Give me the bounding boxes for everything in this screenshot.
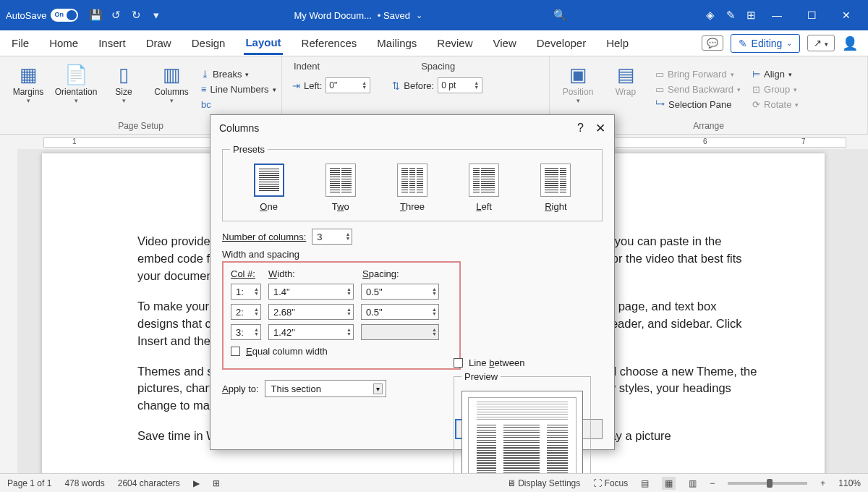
word-count[interactable]: 478 words (64, 478, 104, 488)
help-button[interactable]: ? (577, 122, 584, 135)
selection-pane-button[interactable]: ⮡Selection Pane (652, 98, 744, 111)
col-width-2[interactable]: 2.68"▲▼ (268, 304, 354, 320)
preset-two[interactable]: Two (326, 164, 356, 212)
dialog-titlebar: Columns ? ✕ (210, 115, 614, 141)
send-backward-icon: ▭ (655, 84, 664, 95)
tab-view[interactable]: View (492, 33, 518, 54)
presets-label: Presets (230, 144, 268, 155)
bring-forward-button[interactable]: ▭Bring Forward ▾ (652, 67, 744, 81)
editing-mode-button[interactable]: ✎ Editing ⌄ (731, 34, 801, 53)
col-spacing-1[interactable]: 0.5"▲▼ (361, 284, 439, 300)
col-width-1[interactable]: 1.4"▲▼ (268, 284, 354, 300)
tab-mailings[interactable]: Mailings (375, 33, 418, 54)
web-layout-icon[interactable]: ▥ (689, 478, 697, 488)
document-title: My Word Docum... • Saved ⌄ (166, 10, 550, 21)
preset-three[interactable]: Three (397, 164, 427, 212)
tab-file[interactable]: File (10, 33, 30, 54)
col-spacing-2[interactable]: 0.5"▲▼ (361, 304, 439, 320)
size-icon: ▯ (119, 62, 129, 87)
number-of-columns-input[interactable]: 3▲▼ (312, 229, 352, 245)
chevron-down-icon: ⌄ (786, 39, 792, 47)
tab-references[interactable]: References (300, 33, 359, 54)
spacing-before-icon: ⇅ (392, 80, 400, 91)
col-num-3[interactable]: 3:▲▼ (231, 324, 261, 340)
comments-button[interactable]: 💬 (702, 35, 723, 51)
dialog-close-button[interactable]: ✕ (595, 121, 605, 136)
save-icon[interactable]: 💾 (85, 9, 106, 22)
macros-icon[interactable]: ▶ (193, 478, 200, 488)
pencil-icon[interactable]: ✎ (720, 9, 741, 22)
zoom-level[interactable]: 110% (838, 478, 861, 488)
close-button[interactable]: ✕ (830, 9, 862, 21)
align-button[interactable]: ⊨Align ▾ (749, 67, 801, 81)
vertical-ruler[interactable] (0, 149, 17, 473)
rotate-button[interactable]: ⟳Rotate ▾ (749, 98, 801, 111)
char-count[interactable]: 2604 characters (118, 478, 180, 488)
display-settings-button[interactable]: 🖥 Display Settings (507, 478, 580, 488)
zoom-slider[interactable] (728, 482, 807, 485)
title-bar: AutoSave On 💾 ↺ ↻ ▾ My Word Docum... • S… (0, 0, 868, 30)
position-button[interactable]: ▣Position▾ (557, 59, 599, 119)
send-backward-button[interactable]: ▭Send Backward ▾ (652, 82, 744, 96)
preset-right[interactable]: Right (540, 164, 571, 212)
col-width-3[interactable]: 1.42"▲▼ (268, 324, 354, 340)
col-num-1[interactable]: 1:▲▼ (231, 284, 261, 300)
group-button[interactable]: ⊡Group ▾ (749, 82, 801, 96)
window-icon[interactable]: ⊞ (741, 9, 761, 22)
account-icon[interactable]: 👤 (842, 35, 858, 51)
preset-one[interactable]: One (254, 164, 284, 212)
tab-help[interactable]: Help (605, 33, 630, 54)
wrap-text-button[interactable]: ▤Wrap (605, 59, 647, 119)
hyphenation-button[interactable]: bc (198, 98, 279, 111)
line-numbers-button[interactable]: ≡Line Numbers ▾ (198, 82, 279, 96)
autosave-toggle[interactable]: On (51, 9, 78, 22)
share-button[interactable]: ↗ ▾ (807, 35, 835, 51)
minimize-button[interactable]: — (761, 9, 793, 21)
indent-left-icon: ⇥ (292, 80, 300, 91)
preset-left[interactable]: Left (469, 164, 499, 212)
orientation-icon: 📄 (64, 62, 88, 87)
margins-button[interactable]: ▦Margins▾ (7, 59, 49, 119)
tab-design[interactable]: Design (190, 33, 227, 54)
columns-button[interactable]: ▥Columns▾ (150, 59, 192, 119)
title-dropdown-icon[interactable]: ⌄ (416, 11, 422, 20)
undo-icon[interactable]: ↺ (106, 9, 126, 22)
size-button[interactable]: ▯Size▾ (103, 59, 145, 119)
tab-home[interactable]: Home (48, 33, 80, 54)
breaks-icon: ⤓ (201, 69, 209, 80)
search-icon[interactable]: 🔍 (550, 9, 570, 22)
line-between-checkbox[interactable] (454, 358, 463, 368)
col-num-2[interactable]: 2:▲▼ (231, 304, 261, 320)
columns-dialog: Columns ? ✕ Presets One Two Three Left R… (210, 114, 615, 450)
pen-icon: ✎ (739, 38, 747, 49)
accessibility-icon[interactable]: ⊞ (213, 478, 220, 488)
tab-draw[interactable]: Draw (145, 33, 173, 54)
bring-forward-icon: ▭ (655, 69, 664, 80)
qa-dropdown-icon[interactable]: ▾ (146, 9, 166, 22)
col-spacing-3: ▲▼ (361, 324, 439, 340)
spacing-before-input[interactable]: 0 pt▲▼ (438, 77, 482, 93)
column-row-3: 3:▲▼ 1.42"▲▼ ▲▼ (231, 324, 452, 340)
spacing-before-row: ⇅ Before: 0 pt▲▼ (389, 76, 485, 95)
spacing-title: Spacing (421, 61, 455, 72)
tab-layout[interactable]: Layout (244, 32, 282, 55)
focus-button[interactable]: ⛶ Focus (593, 478, 628, 488)
zoom-in-button[interactable]: + (820, 478, 825, 488)
equal-width-checkbox[interactable] (231, 347, 240, 356)
tab-review[interactable]: Review (435, 33, 474, 54)
diamond-icon[interactable]: ◈ (700, 9, 720, 22)
print-layout-icon[interactable]: ▦ (662, 477, 676, 490)
page-indicator[interactable]: Page 1 of 1 (7, 478, 51, 488)
group-icon: ⊡ (752, 84, 760, 95)
indent-left-input[interactable]: 0"▲▼ (326, 77, 370, 93)
read-mode-icon[interactable]: ▤ (641, 478, 649, 488)
autosave: AutoSave On (6, 9, 78, 22)
tab-developer[interactable]: Developer (535, 33, 587, 54)
zoom-out-button[interactable]: − (710, 478, 715, 488)
redo-icon[interactable]: ↻ (126, 9, 146, 22)
apply-to-combo[interactable]: This section▾ (265, 380, 386, 397)
maximize-button[interactable]: ☐ (796, 9, 827, 21)
orientation-button[interactable]: 📄Orientation▾ (55, 59, 97, 119)
breaks-button[interactable]: ⤓Breaks ▾ (198, 67, 279, 81)
tab-insert[interactable]: Insert (97, 33, 127, 54)
